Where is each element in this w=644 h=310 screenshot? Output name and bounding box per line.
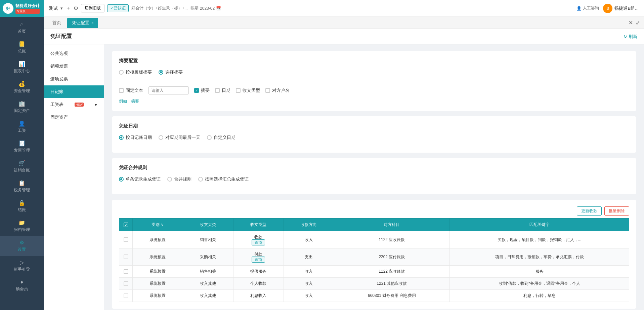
- radio-circle-merge: [167, 177, 172, 182]
- sidebar-item-reports[interactable]: 📊 报表中心: [0, 57, 44, 77]
- radio-single-record[interactable]: 单条记录生成凭证: [119, 176, 161, 182]
- sidebar-item-settings[interactable]: ⚙ 设置: [0, 236, 44, 256]
- tab-close-icon[interactable]: ×: [91, 21, 93, 25]
- sidebar-item-closing[interactable]: 🔒 结账: [0, 196, 44, 216]
- th-type: 收支类型: [233, 219, 284, 231]
- tab-bar: 首页 凭证配置 × ✕ ⤢: [44, 17, 644, 29]
- add-icon[interactable]: ＋: [66, 5, 71, 12]
- batch-delete-button[interactable]: 批量删除: [604, 206, 629, 216]
- radio-diary-date[interactable]: 按日记账日期: [119, 134, 152, 141]
- checkbox-type[interactable]: 收支类型: [236, 87, 260, 93]
- row-checkbox-2[interactable]: [124, 255, 128, 259]
- row-checkbox-5[interactable]: [124, 294, 128, 298]
- sidebar-item-ledger[interactable]: 📒 总账: [0, 38, 44, 57]
- sidebar-item-guide[interactable]: ▷ 新手引导: [0, 256, 44, 276]
- settings-gear-icon[interactable]: ⚙: [74, 5, 78, 11]
- sidebar-item-assets[interactable]: 🏢 固定资产: [0, 97, 44, 117]
- th-keywords: 匹配关键字: [450, 219, 629, 231]
- archive-icon: 📁: [18, 220, 25, 226]
- sidebar-item-member[interactable]: ♦ 畅会员: [0, 276, 44, 295]
- page-header: 凭证配置 ↻ 刷新: [44, 29, 644, 44]
- left-panel: 公共选项 销项发票 进项发票 日记账 工资表 NEW: [44, 44, 104, 310]
- th-category[interactable]: 类别 ∨: [133, 219, 183, 231]
- td-keywords-5: 利息，行转，孳息: [450, 290, 629, 302]
- help-label: 人工咨询: [583, 5, 599, 11]
- left-menu-item-diary[interactable]: 日记账: [44, 85, 104, 98]
- sidebar-item-invoices[interactable]: 🧾 发票管理: [0, 137, 44, 157]
- content-area: 凭证配置 ↻ 刷新 公共选项 销项发票: [44, 29, 644, 310]
- radio-template-summary[interactable]: 按模板版摘要: [119, 69, 152, 75]
- checkbox-box-date: [215, 88, 220, 93]
- sidebar-item-tax[interactable]: 📋 税务管理: [0, 177, 44, 196]
- logo-title: 畅捷通好会计: [15, 3, 40, 9]
- th-direction: 收款方向: [284, 219, 334, 231]
- sidebar-item-purchasing[interactable]: 🛒 进销台账: [0, 157, 44, 177]
- td-checkbox-5[interactable]: [119, 290, 133, 302]
- tab-home[interactable]: 首页: [48, 18, 66, 28]
- td-major-type-2: 采购相关: [183, 248, 233, 266]
- refresh-button[interactable]: ↻ 刷新: [624, 34, 637, 40]
- left-menu-item-purchase-invoice[interactable]: 进项发票: [44, 73, 104, 85]
- row-checkbox-4[interactable]: [124, 281, 128, 286]
- sidebar-item-label-guide: 新手引导: [14, 267, 30, 272]
- radio-select-summary[interactable]: 选择摘要: [159, 69, 183, 75]
- fixed-text-input[interactable]: [148, 86, 189, 94]
- radio-period-last[interactable]: 对应期间最后一天: [159, 134, 200, 141]
- old-version-button[interactable]: 切到旧版: [81, 4, 104, 12]
- left-menu-item-salary-table[interactable]: 工资表 NEW ▾: [44, 98, 104, 111]
- settings-icon: ⚙: [19, 239, 24, 246]
- company-dropdown-icon[interactable]: ▾: [60, 6, 63, 11]
- tag-top-1[interactable]: 置顶: [252, 239, 265, 245]
- sidebar-item-label-invoices: 发票管理: [14, 148, 30, 153]
- sidebar-item-label-member: 畅会员: [16, 286, 28, 292]
- tags: 好会计（专）+好生意（标）+...: [131, 5, 188, 11]
- td-category-1: 系统预置: [133, 231, 183, 248]
- income-expense-table: ✓ 类别 ∨ 收支大类 收支类型 收款方向 对方科目 匹配关键字: [119, 218, 629, 302]
- update-button[interactable]: 更新收款: [577, 206, 602, 216]
- sidebar-item-label-assets: 固定资产: [14, 108, 30, 114]
- sidebar-item-label-home: 首页: [18, 29, 26, 34]
- checkbox-fixed-text[interactable]: 固定文本: [119, 87, 143, 93]
- user-info[interactable]: B 畅捷通B组...: [603, 4, 639, 13]
- td-checkbox-4[interactable]: [119, 278, 133, 290]
- sidebar-item-home[interactable]: ⌂ 首页: [0, 18, 44, 38]
- tab-voucher-config[interactable]: 凭证配置 ×: [67, 18, 98, 28]
- checkbox-summary[interactable]: ✓ 摘要: [194, 87, 210, 93]
- tab-maximize-button[interactable]: ⤢: [636, 20, 640, 26]
- td-subject-1: 1122 应收账款: [334, 231, 449, 248]
- sidebar-item-salary[interactable]: 👤 工资: [0, 117, 44, 137]
- divider1: [119, 81, 629, 81]
- page-title: 凭证配置: [50, 33, 72, 40]
- tag-top-2[interactable]: 置顶: [252, 257, 265, 263]
- left-menu-item-sales-invoice[interactable]: 销项发票: [44, 60, 104, 73]
- purchasing-icon: 🛒: [18, 160, 25, 166]
- left-menu-item-fixed-assets[interactable]: 固定资产: [44, 111, 104, 124]
- td-category-5: 系统预置: [133, 290, 183, 302]
- assets-icon: 🏢: [18, 101, 25, 107]
- td-type-3: 提供服务: [233, 266, 284, 278]
- sidebar-item-funds[interactable]: 💰 资金管理: [0, 77, 44, 97]
- td-checkbox-3[interactable]: [119, 266, 133, 278]
- row-checkbox-1[interactable]: [124, 237, 128, 242]
- radio-custom-date[interactable]: 自定义日期: [207, 134, 235, 141]
- row-checkbox-3[interactable]: [124, 269, 128, 274]
- sidebar-item-archive[interactable]: 📁 归档管理: [0, 216, 44, 236]
- radio-total-generate[interactable]: 按照选择汇总生成凭证: [198, 176, 249, 182]
- sidebar-item-label-funds: 资金管理: [14, 88, 30, 94]
- left-menu-item-public[interactable]: 公共选项: [44, 47, 104, 60]
- checkbox-counterpart[interactable]: 对方户名: [265, 87, 290, 93]
- checkbox-date[interactable]: 日期: [215, 87, 230, 93]
- td-category-2: 系统预置: [133, 248, 183, 266]
- td-keywords-2: 项目，日常费用，报销款，车费，承兑汇票，付款: [450, 248, 629, 266]
- tab-close-button[interactable]: ✕: [629, 20, 633, 26]
- select-all-checkbox[interactable]: ✓: [124, 223, 128, 227]
- help-button[interactable]: 👤 人工咨询: [576, 5, 599, 11]
- funds-icon: 💰: [18, 81, 25, 87]
- radio-merge-rule[interactable]: 合并规则: [167, 176, 191, 182]
- checkbox-box-type: [236, 88, 241, 93]
- td-checkbox-2[interactable]: [119, 248, 133, 266]
- calendar-icon[interactable]: 📅: [216, 6, 221, 11]
- td-checkbox-1[interactable]: [119, 231, 133, 248]
- td-direction-1: 收入: [284, 231, 334, 248]
- refresh-icon: ↻: [624, 34, 627, 39]
